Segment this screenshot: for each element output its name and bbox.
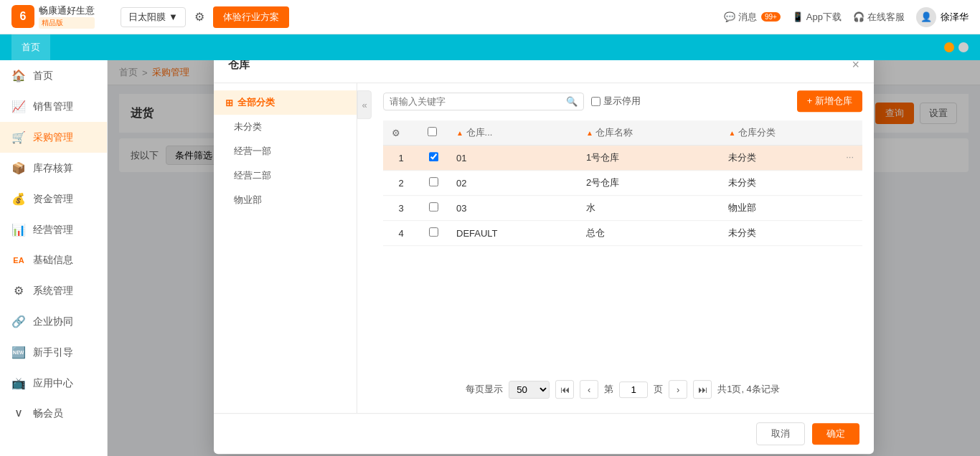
sidebar-item-enterprise[interactable]: 🔗 企业协同 — [0, 306, 107, 337]
sidebar: 🏠 首页 📈 销售管理 🛒 采购管理 📦 库存核算 💰 资金管理 📊 经营管理 … — [0, 60, 108, 456]
basic-info-icon: EA — [11, 256, 26, 265]
sort-icon: ▲ — [456, 129, 463, 137]
table-row[interactable]: 2 02 2号仓库 未分类 — [383, 171, 862, 196]
maximize-button[interactable] — [958, 42, 969, 52]
search-input-wrap: 🔍 — [383, 92, 584, 110]
grid-icon: ⊞ — [225, 98, 233, 108]
sort-icon-name: ▲ — [586, 129, 593, 137]
first-page-button[interactable]: ⏮ — [555, 380, 574, 399]
show-disabled-checkbox[interactable] — [591, 97, 600, 106]
sidebar-item-basic-info[interactable]: EA 基础信息 — [0, 245, 107, 275]
last-page-button[interactable]: ⏭ — [693, 380, 712, 399]
user-info[interactable]: 👤 徐泽华 — [916, 7, 969, 27]
select-all-checkbox[interactable] — [428, 127, 437, 136]
experience-button[interactable]: 体验行业方案 — [213, 6, 289, 28]
username: 徐泽华 — [941, 11, 969, 24]
row-check-0[interactable] — [419, 146, 448, 171]
category-all[interactable]: ⊞ 全部分类 — [214, 90, 357, 115]
row-checkbox-0[interactable] — [429, 152, 438, 161]
logo-icon: 6 — [11, 5, 34, 28]
col-name: ▲ 仓库名称 — [578, 120, 720, 146]
sidebar-item-home[interactable]: 🏠 首页 — [0, 60, 107, 91]
row-category-0: 未分类 ··· — [720, 146, 862, 171]
page-input[interactable] — [619, 381, 648, 398]
row-code-2: 03 — [448, 196, 578, 221]
sort-icon-cat: ▲ — [728, 129, 735, 137]
settings-icon[interactable]: ⚙ — [194, 10, 204, 24]
sidebar-item-member[interactable]: V 畅会员 — [0, 399, 107, 429]
row-check-1[interactable] — [419, 171, 448, 196]
window-controls — [944, 42, 969, 52]
page-size-select[interactable]: 50 100 — [509, 381, 550, 399]
message-badge: 99+ — [761, 12, 781, 22]
system-icon: ⚙ — [11, 284, 26, 298]
sidebar-item-guide[interactable]: 🆕 新手引导 — [0, 337, 107, 368]
store-name: 日太阳膜 — [128, 11, 166, 24]
search-icon: 🔍 — [566, 96, 578, 107]
page-unit: 页 — [654, 383, 663, 396]
logo-title: 畅康通好生意 — [39, 5, 95, 17]
modal-footer: 取消 确定 — [214, 413, 874, 454]
content-area: 首页 > 采购管理 进货 🖨 打印 ↗ 导出 ↺ 刷新 查询 设置 按以下 条件… — [108, 60, 980, 456]
online-service-btn[interactable]: 🎧 在线客服 — [853, 11, 905, 24]
row-checkbox-3[interactable] — [429, 227, 438, 237]
table-header-row: ⚙ ▲ 仓库... ▲ 仓库名称 — [383, 120, 862, 146]
table-row[interactable]: 3 03 水 物业部 — [383, 196, 862, 221]
headset-icon: 🎧 — [853, 11, 864, 22]
row-checkbox-2[interactable] — [429, 202, 438, 212]
row-num-3: 4 — [383, 221, 419, 246]
table-row[interactable]: 1 01 1号仓库 未分类 ··· — [383, 146, 862, 171]
warehouse-modal: 仓库 × ⊞ 全部分类 未分类 经营一部 — [214, 60, 874, 454]
table-toolbar: 🔍 显示停用 + 新增仓库 — [383, 90, 862, 112]
add-warehouse-button[interactable]: + 新增仓库 — [797, 90, 862, 112]
purchase-icon: 🛒 — [11, 130, 26, 144]
confirm-button[interactable]: 确定 — [812, 423, 859, 445]
messages-btn[interactable]: 💬 消息 99+ — [724, 11, 781, 24]
sidebar-label-inventory: 库存核算 — [33, 162, 73, 175]
minimize-button[interactable] — [944, 42, 954, 52]
category-item-1[interactable]: 经营一部 — [214, 139, 357, 163]
table-body: 1 01 1号仓库 未分类 ··· 2 02 2号仓库 未分类 3 03 水 物… — [383, 146, 862, 246]
modal-close-button[interactable]: × — [852, 60, 859, 72]
show-disabled-label[interactable]: 显示停用 — [591, 95, 641, 108]
sidebar-item-operations[interactable]: 📊 经营管理 — [0, 214, 107, 245]
category-item-0[interactable]: 未分类 — [214, 115, 357, 139]
cancel-button[interactable]: 取消 — [756, 422, 805, 445]
category-all-label: 全部分类 — [237, 96, 275, 109]
sidebar-item-system[interactable]: ⚙ 系统管理 — [0, 275, 107, 306]
dropdown-arrow-icon: ▼ — [169, 11, 178, 22]
top-header: 6 畅康通好生意 精品版 日太阳膜 ▼ ⚙ 体验行业方案 💬 消息 99+ 📱 … — [0, 0, 980, 34]
table-row[interactable]: 4 DEFAULT 总仓 未分类 — [383, 221, 862, 246]
row-checkbox-1[interactable] — [429, 177, 438, 186]
logo-sub: 精品版 — [39, 17, 95, 29]
category-item-3[interactable]: 物业部 — [214, 188, 357, 212]
row-more-0[interactable]: ··· — [846, 151, 854, 162]
sidebar-item-finance[interactable]: 💰 资金管理 — [0, 184, 107, 214]
sidebar-label-sales: 销售管理 — [33, 100, 73, 113]
sidebar-label-purchase: 采购管理 — [33, 131, 73, 144]
col-code: ▲ 仓库... — [448, 120, 578, 146]
page-label: 第 — [604, 383, 613, 396]
row-category-1: 未分类 — [720, 171, 862, 196]
app-center-icon: 📺 — [11, 376, 26, 390]
store-selector[interactable]: 日太阳膜 ▼ — [121, 7, 186, 27]
sidebar-label-app-center: 应用中心 — [33, 377, 73, 390]
next-page-button[interactable]: › — [669, 380, 687, 399]
row-name-1: 2号仓库 — [578, 171, 720, 196]
sidebar-label-basic-info: 基础信息 — [33, 254, 73, 267]
category-item-2[interactable]: 经营二部 — [214, 163, 357, 188]
sidebar-item-inventory[interactable]: 📦 库存核算 — [0, 153, 107, 184]
sidebar-item-sales[interactable]: 📈 销售管理 — [0, 91, 107, 122]
finance-icon: 💰 — [11, 192, 26, 206]
modal-body: ⊞ 全部分类 未分类 经营一部 经营二部 物业部 — [214, 83, 874, 413]
sidebar-item-app-center[interactable]: 📺 应用中心 — [0, 368, 107, 399]
sidebar-item-purchase[interactable]: 🛒 采购管理 — [0, 122, 107, 153]
sub-nav-item-home[interactable]: 首页 — [11, 34, 50, 60]
prev-page-button[interactable]: ‹ — [580, 380, 598, 399]
app-download-btn[interactable]: 📱 App下载 — [792, 11, 842, 24]
row-check-2[interactable] — [419, 196, 448, 221]
row-check-3[interactable] — [419, 221, 448, 246]
search-input[interactable] — [390, 96, 566, 107]
collapse-panel-button[interactable]: « — [357, 90, 372, 119]
sidebar-label-member: 畅会员 — [33, 407, 63, 420]
